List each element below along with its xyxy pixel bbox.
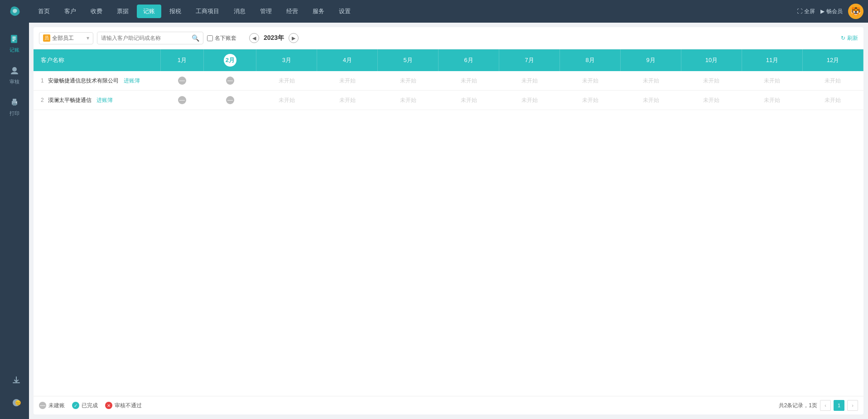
account-checkbox-label: 名下账套: [215, 34, 236, 42]
nav-fee[interactable]: 收费: [84, 5, 109, 18]
row1-month12: 未开始: [802, 71, 863, 91]
row2-month4: 未开始: [317, 91, 378, 110]
vip-icon: ▶: [820, 8, 825, 14]
row1-month2: —: [204, 71, 256, 91]
legend-not-built-label: 未建账: [48, 402, 65, 409]
client-name-1: 安徽畅捷通信息技术有限公司: [48, 77, 119, 84]
nav-message[interactable]: 消息: [227, 5, 252, 18]
search-button[interactable]: 🔍: [188, 32, 203, 44]
print-icon: [8, 96, 21, 109]
sidebar: 记账 审核 打印: [0, 23, 29, 419]
row2-month1: —: [160, 91, 204, 110]
fullscreen-icon: ⛶: [797, 8, 802, 14]
vip-label: 畅会员: [826, 8, 843, 15]
sidebar-item-bookkeeping[interactable]: 记账: [0, 28, 29, 58]
nav-commerce[interactable]: 工商项目: [189, 5, 226, 18]
nav-home[interactable]: 首页: [32, 5, 56, 18]
row2-month10: 未开始: [681, 91, 742, 110]
legend-dot-red: ✕: [105, 402, 112, 409]
audit-icon: [8, 64, 21, 77]
svg-rect-7: [13, 103, 16, 106]
row1-month4: 未开始: [317, 71, 378, 91]
th-client-name: 客户名称: [34, 49, 160, 71]
refresh-icon: ↻: [841, 35, 845, 41]
th-month-9: 9月: [621, 49, 681, 71]
fullscreen-label: 全屏: [804, 8, 815, 15]
toolbar: 员 全部员工 ▾ 🔍 名下账套 ◀ 2023年 ▶: [34, 27, 863, 49]
legend-dot-teal: ✓: [72, 402, 79, 409]
content-card: 员 全部员工 ▾ 🔍 名下账套 ◀ 2023年 ▶: [34, 27, 863, 414]
sidebar-item-print[interactable]: 打印: [0, 92, 29, 121]
th-month-4: 4月: [317, 49, 378, 71]
user-avatar[interactable]: 🐯: [848, 4, 863, 19]
employee-label: 全部员工: [52, 34, 74, 42]
svg-text:😊: 😊: [15, 400, 21, 406]
nav-manage[interactable]: 管理: [254, 5, 278, 18]
row2-month12: 未开始: [802, 91, 863, 110]
content-area: 员 全部员工 ▾ 🔍 名下账套 ◀ 2023年 ▶: [29, 23, 868, 419]
row1-month11: 未开始: [742, 71, 802, 91]
year-display: 2023年: [264, 34, 284, 42]
nav-invoice[interactable]: 票据: [111, 5, 135, 18]
nav-tax[interactable]: 报税: [163, 5, 188, 18]
row2-month6: 未开始: [439, 91, 499, 110]
table-row: 1 安徽畅捷通信息技术有限公司 进账簿 — — 未开始 未开始 未开始 未开始 …: [34, 71, 863, 91]
nav-right: ⛶ 全屏 ▶ 畅会员 🐯: [797, 4, 863, 19]
sidebar-print-label: 打印: [10, 110, 19, 117]
search-input[interactable]: [97, 33, 188, 43]
sidebar-bottom: 😊: [3, 368, 26, 419]
table-wrap: 客户名称 1月 2月 3月 4月 5月 6月 7月 8月 9月 10月 11月: [34, 49, 863, 396]
nav-bookkeeping[interactable]: 记账: [137, 5, 161, 18]
th-month-5: 5月: [378, 49, 439, 71]
enter-link-1[interactable]: 进账簿: [124, 77, 140, 84]
sidebar-item-audit[interactable]: 审核: [0, 60, 29, 90]
enter-link-2[interactable]: 进账簿: [96, 97, 113, 103]
legend: — 未建账 ✓ 已完成 ✕ 审核不通过: [39, 402, 142, 409]
row2-month11: 未开始: [742, 91, 802, 110]
legend-completed-label: 已完成: [82, 402, 98, 409]
nav-settings[interactable]: 设置: [333, 5, 357, 18]
th-month-8: 8月: [560, 49, 621, 71]
nav-service[interactable]: 服务: [306, 5, 331, 18]
employee-icon: 员: [43, 34, 50, 42]
help-icon: 😊: [10, 396, 23, 409]
page-1-btn[interactable]: 1: [834, 400, 844, 411]
th-month-10: 10月: [681, 49, 742, 71]
svg-point-4: [12, 67, 17, 72]
bookkeeping-icon: [8, 33, 21, 45]
dropdown-arrow-icon: ▾: [87, 35, 89, 41]
next-page-btn[interactable]: ›: [847, 400, 858, 411]
next-year-btn[interactable]: ▶: [289, 33, 299, 43]
nav-operation[interactable]: 经营: [280, 5, 304, 18]
client-cell-1: 1 安徽畅捷通信息技术有限公司 进账簿: [34, 71, 160, 91]
vip-btn[interactable]: ▶ 畅会员: [820, 8, 843, 15]
account-checkbox[interactable]: [207, 35, 213, 41]
row1-month10: 未开始: [681, 71, 742, 91]
main-table: 客户名称 1月 2月 3月 4月 5月 6月 7月 8月 9月 10月 11月: [34, 49, 863, 110]
client-cell-2: 2 漠澜太平畅捷通信 进账簿: [34, 91, 160, 110]
th-month-3: 3月: [256, 49, 317, 71]
prev-year-btn[interactable]: ◀: [249, 33, 259, 43]
legend-completed: ✓ 已完成: [72, 402, 98, 409]
employee-select[interactable]: 员 全部员工 ▾: [39, 32, 93, 44]
svg-rect-1: [12, 37, 16, 38]
svg-rect-2: [12, 39, 16, 39]
logo: [5, 4, 27, 19]
footer: — 未建账 ✓ 已完成 ✕ 审核不通过: [34, 396, 863, 414]
svg-rect-3: [12, 40, 14, 41]
refresh-button[interactable]: ↻ 刷新: [841, 34, 858, 42]
table-row: 2 漠澜太平畅捷通信 进账簿 — — 未开始 未开始 未开始 未开始 未开始 未…: [34, 91, 863, 110]
sidebar-item-help[interactable]: 😊: [5, 392, 28, 414]
nav-client[interactable]: 客户: [58, 5, 82, 18]
fullscreen-btn[interactable]: ⛶ 全屏: [797, 8, 815, 15]
main-layout: 记账 审核 打印: [0, 23, 868, 419]
th-month-1: 1月: [160, 49, 204, 71]
sidebar-item-download[interactable]: [5, 369, 28, 391]
search-input-wrap: 🔍: [97, 32, 203, 44]
th-month-7: 7月: [499, 49, 560, 71]
account-checkbox-wrap[interactable]: 名下账套: [207, 34, 236, 42]
row1-month8: 未开始: [560, 71, 621, 91]
total-records: 共2条记录，1页: [779, 402, 817, 409]
prev-page-btn[interactable]: ‹: [820, 400, 831, 411]
legend-rejected: ✕ 审核不通过: [105, 402, 142, 409]
